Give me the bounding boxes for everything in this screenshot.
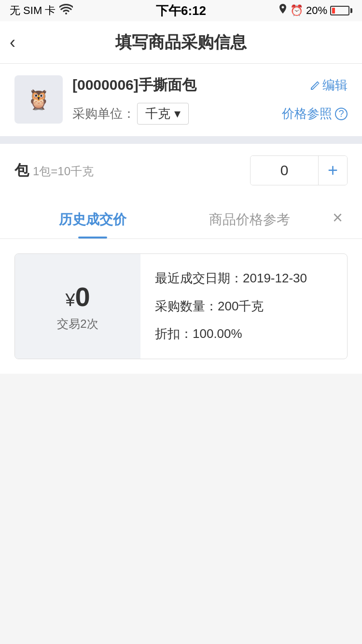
price-trades: 交易2次 — [57, 316, 98, 332]
product-info: [0000006]手撕面包 编辑 采购单位： 千克 ▾ 价格参照 ? — [72, 75, 348, 125]
price-ref-help-icon: ? — [335, 108, 348, 120]
battery-icon — [330, 6, 352, 15]
battery-percent: 20% — [306, 4, 327, 17]
price-detail-date: 最近成交日期：2019-12-30 — [155, 268, 333, 289]
product-logo-icon: 🦉 — [27, 88, 51, 111]
price-detail-quantity: 采购数量：200千克 — [155, 296, 333, 317]
status-time: 下午6:12 — [156, 2, 206, 19]
quantity-plus-button[interactable]: + — [318, 156, 347, 185]
tab-product-price-ref[interactable]: 商品价格参考 — [171, 197, 327, 238]
status-right: ⏰ 20% — [278, 4, 352, 17]
back-button[interactable]: ‹ — [10, 32, 15, 53]
price-summary: ¥0 交易2次 — [15, 254, 140, 359]
tab-close-button[interactable]: × — [328, 203, 348, 233]
wifi-icon — [59, 4, 73, 17]
quantity-row: 包 1包=10千克 + — [0, 144, 362, 197]
section-divider — [0, 136, 362, 144]
edit-button[interactable]: 编辑 — [310, 77, 348, 94]
quantity-input-group[interactable]: + — [250, 155, 348, 185]
quantity-equiv-label: 1包=10千克 — [33, 164, 94, 179]
location-icon — [278, 4, 287, 17]
quantity-label: 包 1包=10千克 — [14, 161, 94, 181]
tab-header: 历史成交价 商品价格参考 × — [0, 197, 362, 239]
carrier-label: 无 SIM 卡 — [10, 3, 56, 18]
alarm-icon: ⏰ — [290, 4, 303, 17]
quantity-input[interactable] — [251, 156, 318, 185]
product-unit-row: 采购单位： 千克 ▾ 价格参照 ? — [72, 103, 348, 125]
product-card: 🦉 [0000006]手撕面包 编辑 采购单位： 千克 ▾ 价格参照 ? — [0, 64, 362, 136]
unit-label: 采购单位： — [72, 106, 135, 121]
product-header: [0000006]手撕面包 编辑 — [72, 75, 348, 95]
price-details: 最近成交日期：2019-12-30 采购数量：200千克 折扣：100.00% — [140, 254, 347, 359]
product-name: [0000006]手撕面包 — [72, 75, 196, 95]
unit-label-group: 采购单位： 千克 ▾ — [72, 103, 189, 125]
nav-bar: ‹ 填写商品采购信息 — [0, 21, 362, 64]
price-detail-discount: 折扣：100.00% — [155, 324, 333, 344]
price-reference-button[interactable]: 价格参照 ? — [282, 105, 348, 122]
tab-content: ¥0 交易2次 最近成交日期：2019-12-30 采购数量：200千克 折扣：… — [0, 239, 362, 374]
product-image: 🦉 — [14, 75, 63, 124]
tab-history-price[interactable]: 历史成交价 — [14, 197, 171, 238]
status-bar: 无 SIM 卡 下午6:12 ⏰ 20% — [0, 0, 362, 21]
price-value: ¥0 — [65, 281, 90, 312]
quantity-unit-label: 包 — [14, 161, 29, 181]
status-left: 无 SIM 卡 — [10, 3, 73, 18]
unit-select-button[interactable]: 千克 ▾ — [137, 103, 189, 125]
price-card: ¥0 交易2次 最近成交日期：2019-12-30 采购数量：200千克 折扣：… — [14, 253, 348, 359]
page-title: 填写商品采购信息 — [115, 31, 247, 54]
tab-panel: 历史成交价 商品价格参考 × ¥0 交易2次 最近成交日期：2019-12-30… — [0, 197, 362, 374]
